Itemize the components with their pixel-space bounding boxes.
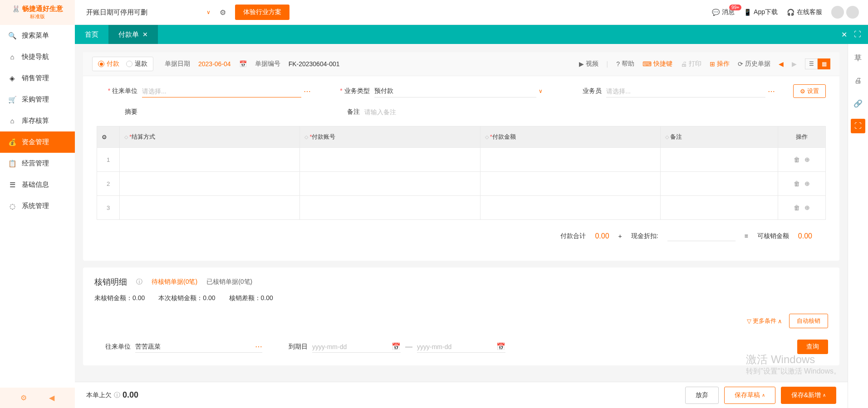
headset-icon: 🎧 [787, 9, 794, 16]
sidebar-item-quicknav[interactable]: ⌂快捷导航 [0, 46, 75, 68]
summary-label: 摘要 [97, 108, 137, 116]
writable-value: 0.00 [798, 232, 812, 240]
tab-payment[interactable]: 付款单✕ [108, 25, 158, 44]
tab-home[interactable]: 首页 [75, 25, 108, 44]
list-icon: ☰ [8, 181, 16, 189]
chevron-down-icon[interactable]: ∨ [206, 9, 211, 15]
sidebar-item-sales[interactable]: ◈销售管理 [0, 68, 75, 89]
col-amount[interactable]: ◇*付款金额 [480, 126, 660, 148]
draft-icon[interactable]: 草 [851, 51, 865, 65]
messages-link[interactable]: 💬消息 99+ [712, 8, 735, 16]
help-icon[interactable]: ⓘ [114, 391, 120, 399]
help-icon: ? [616, 60, 620, 68]
print-icon[interactable]: 🖨 [851, 73, 865, 88]
partner-input[interactable] [142, 85, 301, 97]
save-draft-button[interactable]: 保存草稿∧ [724, 387, 775, 404]
table-row[interactable]: 3🗑⊕ [97, 196, 826, 220]
add-icon[interactable]: ⊕ [804, 156, 810, 163]
video-link[interactable]: ▶视频 [579, 60, 598, 68]
duedate-from-input[interactable] [312, 343, 392, 350]
biztype-input[interactable] [374, 85, 537, 97]
expand-icon[interactable]: ⛶ [851, 119, 865, 133]
history-link[interactable]: ⟳历史单据 [738, 60, 770, 68]
calendar-icon[interactable]: 📅 [239, 60, 247, 68]
summary-input[interactable] [142, 106, 301, 118]
table-row[interactable]: 2🗑⊕ [97, 172, 826, 196]
docnum-value: FK-20230604-001 [289, 60, 340, 68]
delete-icon[interactable]: 🗑 [794, 204, 800, 211]
discount-label: 现金折扣: [631, 232, 658, 240]
sidebar-item-operations[interactable]: 📋经营管理 [0, 153, 75, 174]
radio-refund[interactable]: 退款 [126, 60, 147, 68]
add-icon[interactable]: ⊕ [804, 180, 810, 187]
footer-bar: 本单上欠 ⓘ 0.00 放弃 保存草稿∧ 保存&新增∧ [75, 382, 848, 408]
print-link[interactable]: 🖨打印 [681, 60, 701, 68]
calendar-icon[interactable]: 📅 [392, 342, 401, 351]
col-account[interactable]: ◇*付款账号 [300, 126, 480, 148]
discount-input[interactable] [667, 231, 736, 241]
shortcut-link[interactable]: ⌨快捷键 [642, 60, 672, 68]
avatar [831, 6, 844, 19]
delete-icon[interactable]: 🗑 [794, 156, 800, 163]
logo[interactable]: 🐰畅捷通好生意 标准版 [0, 0, 75, 25]
stat-current: 本次核销金额：0.00 [158, 294, 215, 302]
delete-icon[interactable]: 🗑 [794, 180, 800, 187]
home-icon: ⌂ [8, 53, 16, 61]
attachment-icon[interactable]: 🔗 [851, 96, 865, 111]
settings-button[interactable]: ⚙设置 [793, 84, 826, 98]
keyboard-icon: ⌨ [642, 60, 652, 68]
verify-header: 核销明细 ⓘ 待核销单据(0笔) 已核销单据(0笔) [83, 267, 839, 294]
experience-button[interactable]: 体验行业方案 [235, 5, 289, 20]
clerk-input[interactable] [606, 85, 765, 97]
add-icon[interactable]: ⊕ [804, 204, 810, 211]
query-button[interactable]: 查询 [797, 340, 828, 354]
date-value[interactable]: 2023-06-04 [198, 60, 231, 68]
verify-tab-done[interactable]: 已核销单据(0笔) [206, 277, 252, 287]
sidebar-item-finance[interactable]: 💰资金管理 [0, 131, 75, 153]
more-icon[interactable]: ⋯ [768, 87, 775, 96]
duedate-to-input[interactable] [417, 343, 496, 350]
more-icon[interactable]: ⋯ [304, 87, 311, 96]
ops-link[interactable]: ⊞操作 [710, 60, 730, 68]
discard-button[interactable]: 放弃 [685, 387, 719, 404]
close-icon[interactable]: ✕ [142, 31, 148, 38]
filter-icon: ▽ [747, 318, 751, 325]
account-title[interactable]: 开账日期可停用可删 [86, 8, 147, 17]
user-menu[interactable] [831, 6, 859, 19]
help-icon[interactable]: ⓘ [136, 278, 142, 286]
doc-icon: 📋 [8, 160, 16, 168]
help-link[interactable]: ?帮助 [616, 60, 634, 68]
gear-icon[interactable]: ⚙ [220, 8, 226, 17]
sidebar-item-purchase[interactable]: 🛒采购管理 [0, 89, 75, 110]
chevron-down-icon[interactable]: ∨ [539, 88, 543, 94]
auto-verify-button[interactable]: 自动核销 [789, 314, 828, 328]
sidebar-item-search[interactable]: 🔍搜索菜单 [0, 25, 75, 46]
qpartner-input[interactable] [135, 343, 253, 350]
table-row[interactable]: 1🗑⊕ [97, 148, 826, 172]
tab-close-all-icon[interactable]: ✕ [841, 30, 847, 39]
gear-icon[interactable]: ⚙ [102, 134, 107, 141]
sidebar-item-basicinfo[interactable]: ☰基础信息 [0, 174, 75, 195]
chat-icon: 💬 [712, 9, 720, 16]
more-conditions-link[interactable]: ▽更多条件∧ [747, 317, 782, 325]
calendar-icon[interactable]: 📅 [496, 342, 505, 351]
settings-icon[interactable]: ⚙ [20, 393, 27, 402]
prev-doc-icon[interactable]: ◀ [779, 60, 784, 68]
col-remark[interactable]: ◇备注 [661, 126, 778, 148]
save-new-button[interactable]: 保存&新增∧ [781, 387, 836, 404]
view-list-button[interactable]: ☰ [805, 58, 818, 69]
payment-table: ⚙ ◇*结算方式 ◇*付款账号 ◇*付款金额 ◇备注 操作 1🗑⊕ 2🗑⊕ 3🗑… [97, 126, 826, 220]
col-method[interactable]: ◇*结算方式 [120, 126, 300, 148]
verify-tab-pending[interactable]: 待核销单据(0笔) [152, 277, 197, 287]
sidebar-item-system[interactable]: ◌系统管理 [0, 195, 75, 217]
more-icon[interactable]: ⋯ [255, 342, 262, 351]
support-link[interactable]: 🎧在线客服 [787, 8, 822, 16]
remark-input[interactable] [364, 106, 826, 118]
sidebar-item-inventory[interactable]: ⌂库存核算 [0, 110, 75, 131]
fullscreen-icon[interactable]: ⛶ [854, 30, 861, 39]
radio-pay[interactable]: 付款 [98, 60, 119, 68]
download-link[interactable]: 📱App下载 [744, 8, 778, 16]
collapse-icon[interactable]: ◀ [49, 393, 54, 402]
view-card-button[interactable]: ▦ [818, 58, 830, 69]
next-doc-icon[interactable]: ▶ [792, 60, 797, 68]
